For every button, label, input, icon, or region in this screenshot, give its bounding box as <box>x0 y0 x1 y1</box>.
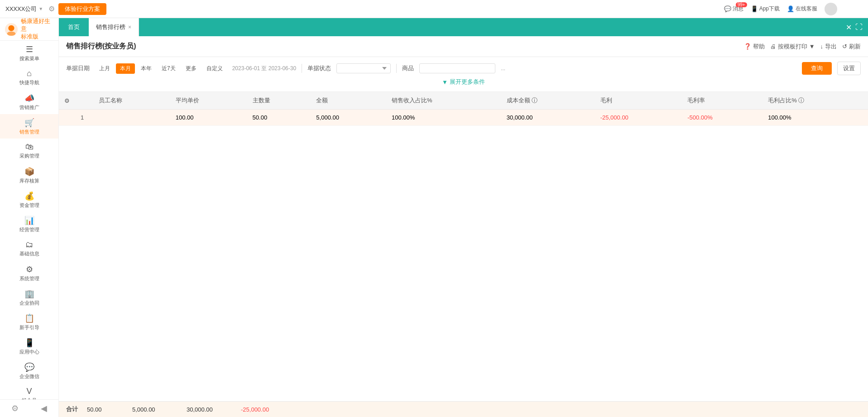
sidebar-item-wechat[interactable]: 💬企业微信 <box>0 359 58 383</box>
finance-icon: 💰 <box>24 191 34 201</box>
date-btn-本月[interactable]: 本月 <box>116 63 135 74</box>
tab-bar: 首页 销售排行榜 × ✕ ⛶ <box>59 18 868 36</box>
date-btn-近7天[interactable]: 近7天 <box>158 63 180 74</box>
sidebar-collapse-icon[interactable]: ◀ <box>41 403 47 413</box>
basics-label: 基础信息 <box>19 250 39 257</box>
table-cell-5: 5,000.00 <box>311 110 386 126</box>
help-button[interactable]: ❓ 帮助 <box>744 43 765 51</box>
footer-label: 合计 <box>66 405 78 413</box>
date-toggle: 上月本月本年近7天更多自定义 <box>95 63 227 74</box>
settings-icon[interactable]: ⚙ <box>48 5 55 13</box>
date-btn-更多[interactable]: 更多 <box>182 63 201 74</box>
sidebar-item-enterprise[interactable]: 🏢企业协同 <box>0 285 58 310</box>
filter-settings-button[interactable]: 设置 <box>837 62 861 75</box>
tab-home[interactable]: 首页 <box>59 18 89 36</box>
table-cell-7: 30,000.00 <box>501 110 595 126</box>
sidebar-item-guide[interactable]: 📋新手引导 <box>0 310 58 334</box>
page-title: 销售排行榜(按业务员) <box>66 42 136 51</box>
sidebar-item-basics[interactable]: 🗂基础信息 <box>0 236 58 261</box>
print-icon: 🖨 <box>770 43 776 50</box>
expand-button[interactable]: ▼ 展开更多条件 <box>442 78 485 86</box>
col-header-costAmount: 成本全额 ⓘ <box>501 92 595 110</box>
company-selector[interactable]: XXXXX公司 ▼ <box>5 5 43 13</box>
date-btn-上月[interactable]: 上月 <box>95 63 114 74</box>
goods-input[interactable] <box>419 63 495 73</box>
apps-label: 应用中心 <box>19 349 39 355</box>
inventory-label: 库存核算 <box>19 177 39 184</box>
date-btn-自定义[interactable]: 自定义 <box>202 63 227 74</box>
sidebar-item-operations[interactable]: 📊经营管理 <box>0 212 58 236</box>
avatar[interactable] <box>825 3 837 15</box>
main-content: 首页 销售排行榜 × ✕ ⛶ 销售排行榜(按业务员) ❓ 帮助 🖨 按模板打印 <box>59 18 868 417</box>
filter-row-1: 单据日期 上月本月本年近7天更多自定义 2023-06-01 至 2023-06… <box>66 62 861 75</box>
expand-row: ▼ 展开更多条件 <box>66 75 861 87</box>
company-name: XXXXX公司 <box>5 5 37 13</box>
layout: 畅康通好生意 标准版 ☰搜索菜单⌂快捷导航📣营销推广🛒销售管理🛍采购管理📦库存核… <box>0 18 868 417</box>
tab-label: 销售排行榜 <box>96 23 125 31</box>
settings-col-icon[interactable]: ⚙ <box>64 97 70 104</box>
sidebar-settings-icon[interactable]: ⚙ <box>11 403 19 413</box>
date-range: 2023-06-01 至 2023-06-30 <box>232 65 296 72</box>
logo-icon <box>5 22 18 37</box>
sidebar-item-system[interactable]: ⚙系统管理 <box>0 261 58 285</box>
message-icon: 💬 <box>724 5 731 12</box>
page-header: 销售排行榜(按业务员) ❓ 帮助 🖨 按模板打印 ▼ ↓ 导出 ↺ 刷新 <box>59 36 868 57</box>
col-settings: ⚙ <box>59 92 75 110</box>
sidebar-item-quick[interactable]: ⌂快捷导航 <box>0 65 58 90</box>
sales-icon: 🛒 <box>24 118 34 128</box>
footer-cost: 30,000.00 <box>187 406 232 413</box>
tab-maximize-icon[interactable]: ⛶ <box>855 23 863 31</box>
table-cell-0 <box>59 110 75 126</box>
member-icon: V <box>26 387 32 396</box>
print-button[interactable]: 🖨 按模板打印 ▼ <box>770 43 815 51</box>
export-icon: ↓ <box>820 43 824 50</box>
refresh-button[interactable]: ↺ 刷新 <box>842 43 861 51</box>
tab-close-window-icon[interactable]: ✕ <box>846 23 852 32</box>
quick-label: 快捷导航 <box>19 79 39 86</box>
trial-button[interactable]: 体验行业方案 <box>58 3 106 15</box>
quick-icon: ⌂ <box>27 69 32 78</box>
logo-text: 畅康通好生意 标准版 <box>21 18 54 41</box>
footer-qty: 50.00 <box>87 406 123 413</box>
operations-label: 经营管理 <box>19 226 39 233</box>
sidebar-item-finance[interactable]: 💰资金管理 <box>0 187 58 212</box>
sidebar-item-inventory[interactable]: 📦库存核算 <box>0 163 58 187</box>
tab-bar-right: ✕ ⛶ <box>846 23 868 32</box>
sidebar-item-sales[interactable]: 🛒销售管理 <box>0 114 58 139</box>
message-area[interactable]: 💬 消息 99+ <box>724 5 743 13</box>
basics-icon: 🗂 <box>25 240 34 249</box>
status-select[interactable] <box>336 63 391 73</box>
expand-icon: ▼ <box>442 79 448 86</box>
date-btn-本年[interactable]: 本年 <box>137 63 156 74</box>
tab-sales-ranking[interactable]: 销售排行榜 × <box>89 18 139 36</box>
service-area[interactable]: 👤 在线客服 <box>787 5 817 13</box>
filter-divider-2 <box>396 64 397 73</box>
table-cell-6: 100.00% <box>386 110 501 126</box>
tab-close-icon[interactable]: × <box>128 24 131 30</box>
query-button[interactable]: 查询 <box>802 62 832 75</box>
company-chevron-icon: ▼ <box>38 6 43 11</box>
app-download-area[interactable]: 📱 App下载 <box>751 5 780 13</box>
purchase-label: 采购管理 <box>19 153 39 159</box>
wechat-icon: 💬 <box>24 362 34 372</box>
sidebar: 畅康通好生意 标准版 ☰搜索菜单⌂快捷导航📣营销推广🛒销售管理🛍采购管理📦库存核… <box>0 18 59 417</box>
table-cell-3: 100.00 <box>170 110 247 126</box>
filter-area: 单据日期 上月本月本年近7天更多自定义 2023-06-01 至 2023-06… <box>59 57 868 92</box>
sales-label: 销售管理 <box>19 129 39 135</box>
expand-label: 展开更多条件 <box>450 78 485 86</box>
finance-label: 资金管理 <box>19 202 39 209</box>
more-filters-icon[interactable]: ... <box>501 65 505 72</box>
sidebar-item-marketing[interactable]: 📣营销推广 <box>0 90 58 114</box>
page-actions: ❓ 帮助 🖨 按模板打印 ▼ ↓ 导出 ↺ 刷新 <box>744 43 861 51</box>
export-button[interactable]: ↓ 导出 <box>820 43 837 51</box>
sidebar-item-member[interactable]: V畅会员 <box>0 383 58 399</box>
sidebar-item-search[interactable]: ☰搜索菜单 <box>0 41 58 65</box>
col-header-rank <box>75 92 93 110</box>
sidebar-item-purchase[interactable]: 🛍采购管理 <box>0 139 58 163</box>
sidebar-item-apps[interactable]: 📱应用中心 <box>0 334 58 359</box>
app-label: App下载 <box>759 5 780 13</box>
service-icon: 👤 <box>787 5 794 12</box>
table-header-row: ⚙员工名称平均单价主数量全额销售收入占比%成本全额 ⓘ毛利毛利率毛利占比% ⓘ <box>59 92 868 110</box>
table-cell-10: 100.00% <box>762 110 868 126</box>
table-cell-2 <box>93 110 170 126</box>
